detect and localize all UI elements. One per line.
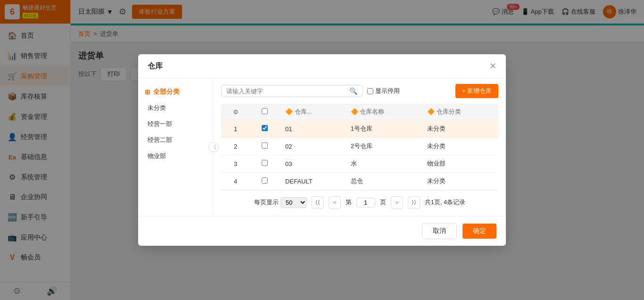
row-code: 01 <box>280 120 345 138</box>
table-row[interactable]: 2 02 2号仓库 未分类 <box>221 138 498 155</box>
row-num: 1 <box>221 120 250 138</box>
col-category: 🔶 仓库分类 <box>421 104 498 120</box>
category-item-1[interactable]: 经营二部 <box>138 132 213 148</box>
dialog-footer: 取消 确定 <box>138 216 506 246</box>
dialog-body: ⊞ 全部分类 未分类 经营一部 经营二部 物业部 《 🔍 <box>138 78 506 216</box>
row-code: 03 <box>280 155 345 173</box>
row-category: 物业部 <box>421 155 498 173</box>
next-page-btn[interactable]: ＞ <box>391 196 403 208</box>
cancel-btn[interactable]: 取消 <box>422 223 457 239</box>
col-checkbox <box>250 104 280 120</box>
row-category: 未分类 <box>421 138 498 155</box>
col-name: 🔶 仓库名称 <box>345 104 422 120</box>
total-info: 共1页, 4条记录 <box>425 198 466 207</box>
row-checkbox[interactable] <box>250 138 280 155</box>
last-page-btn[interactable]: ⟩⟩ <box>408 196 420 208</box>
page-size-select: 每页显示 10 20 50 100 <box>254 197 307 208</box>
search-input[interactable] <box>226 88 347 95</box>
col-code: 🔶 仓库... <box>280 104 345 120</box>
search-icon: 🔍 <box>349 87 357 95</box>
page-size-dropdown[interactable]: 10 20 50 100 <box>281 197 307 208</box>
row-checkbox[interactable] <box>250 173 280 190</box>
dialog-header: 仓库 ✕ <box>138 54 506 78</box>
row-name: 总仓 <box>345 173 422 190</box>
row-num: 3 <box>221 155 250 173</box>
warehouse-table-container: ⚙ 🔶 仓库... 🔶 仓库名称 <box>221 104 498 190</box>
page-number-input[interactable] <box>356 198 375 208</box>
category-item-unclassified[interactable]: 未分类 <box>138 100 213 116</box>
show-disabled-label[interactable]: 显示停用 <box>367 87 400 95</box>
col-settings: ⚙ <box>221 104 250 120</box>
modal-overlay: 仓库 ✕ ⊞ 全部分类 未分类 经营一部 经营二部 物业部 《 <box>0 0 644 300</box>
dialog-close-btn[interactable]: ✕ <box>489 61 496 71</box>
row-num: 2 <box>221 138 250 155</box>
grid-icon: ⊞ <box>145 88 150 96</box>
row-checkbox[interactable] <box>250 155 280 173</box>
table-row[interactable]: 1 01 1号仓库 未分类 <box>221 120 498 138</box>
row-name: 2号仓库 <box>345 138 422 155</box>
category-item-0[interactable]: 经营一部 <box>138 116 213 132</box>
category-item-2[interactable]: 物业部 <box>138 148 213 164</box>
confirm-btn[interactable]: 确定 <box>462 224 496 239</box>
row-name: 1号仓库 <box>345 120 422 138</box>
pagination: 每页显示 10 20 50 100 ⟨⟨ ＜ 第 页 ＞ ⟩⟩ <box>221 190 498 210</box>
table-row[interactable]: 3 03 水 物业部 <box>221 155 498 173</box>
dialog-toolbar: 🔍 显示停用 + 新增仓库 <box>221 84 498 98</box>
page-label: 第 <box>346 198 352 207</box>
row-checkbox[interactable] <box>250 120 280 138</box>
add-warehouse-btn[interactable]: + 新增仓库 <box>455 84 498 98</box>
row-category: 未分类 <box>421 120 498 138</box>
all-categories[interactable]: ⊞ 全部分类 <box>138 84 213 100</box>
warehouse-table: ⚙ 🔶 仓库... 🔶 仓库名称 <box>221 104 498 190</box>
row-category: 未分类 <box>421 173 498 190</box>
dialog-right-panel: 🔍 显示停用 + 新增仓库 ⚙ <box>214 78 506 216</box>
table-body: 1 01 1号仓库 未分类 2 02 2号仓库 <box>221 120 498 190</box>
search-box: 🔍 <box>221 85 363 97</box>
table-row[interactable]: 4 DEFAULT 总仓 未分类 <box>221 173 498 190</box>
prev-page-btn[interactable]: ＜ <box>329 196 341 208</box>
page-unit: 页 <box>380 198 386 207</box>
category-sidebar: ⊞ 全部分类 未分类 经营一部 经营二部 物业部 《 <box>138 78 214 216</box>
first-page-btn[interactable]: ⟨⟨ <box>312 196 324 208</box>
row-code: 02 <box>280 138 345 155</box>
row-code: DEFAULT <box>280 173 345 190</box>
row-num: 4 <box>221 173 250 190</box>
dialog-title: 仓库 <box>148 61 163 71</box>
row-name: 水 <box>345 155 422 173</box>
select-all-checkbox[interactable] <box>262 108 268 114</box>
table-header: ⚙ 🔶 仓库... 🔶 仓库名称 <box>221 104 498 120</box>
warehouse-dialog: 仓库 ✕ ⊞ 全部分类 未分类 经营一部 经营二部 物业部 《 <box>138 54 506 246</box>
collapse-sidebar-btn[interactable]: 《 <box>208 142 219 152</box>
show-disabled-checkbox[interactable] <box>367 88 373 94</box>
